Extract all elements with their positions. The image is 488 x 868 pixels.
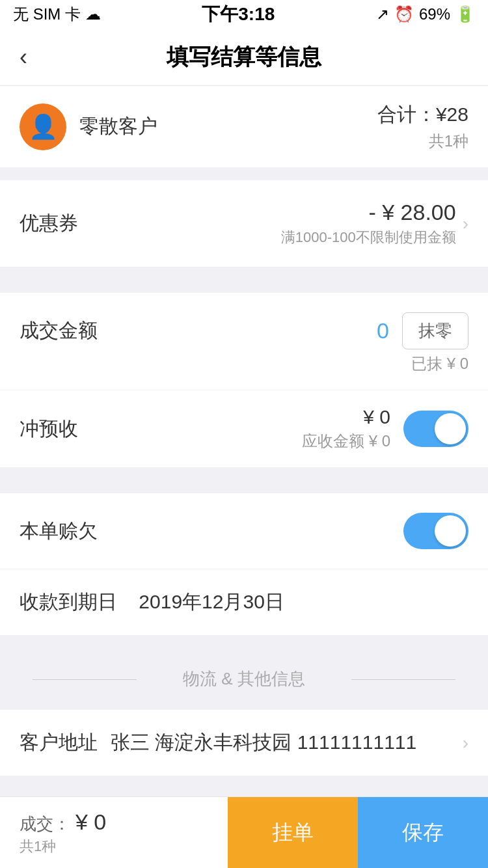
due-date-label: 收款到期日 [20, 591, 117, 612]
coupon-desc: 满1000-100不限制使用金额 [281, 228, 456, 247]
gray-divider-1 [0, 280, 488, 293]
debt-label: 本单赊欠 [20, 518, 98, 545]
address-value: 张三 海淀永丰科技园 11111111111 [111, 729, 463, 756]
deal-amount: ¥ 0 [75, 809, 106, 835]
due-date-row: 收款到期日 2019年12月30日 [0, 569, 488, 635]
customer-card: 👤 零散客户 合计：¥28 共1种 [0, 86, 488, 167]
address-chevron-icon: › [463, 733, 468, 753]
chevron-right-icon: › [463, 213, 468, 234]
status-right: ↗ ⏰ 69% 🔋 [376, 5, 475, 23]
transaction-label: 成交金额 [20, 318, 98, 344]
save-button[interactable]: 保存 [358, 797, 488, 869]
nav-bar: ‹ 填写结算等信息 [0, 29, 488, 86]
alarm-icon: ⏰ [394, 5, 414, 23]
due-date-spacer [122, 591, 133, 612]
pre-receive-label: 冲预收 [20, 416, 78, 442]
status-left: 无 SIM 卡 ☁ [13, 4, 101, 25]
back-button[interactable]: ‹ [20, 44, 27, 71]
debt-card: 本单赊欠 收款到期日 2019年12月30日 [0, 493, 488, 635]
transaction-card: 成交金额 0 抹零 已抹 ¥ 0 冲预收 ¥ 0 应收金额 ¥ 0 [0, 293, 488, 467]
battery-level: 69% [419, 5, 450, 23]
transaction-row: 成交金额 0 抹零 [20, 312, 468, 349]
status-bar: 无 SIM 卡 ☁ 下午3:18 ↗ ⏰ 69% 🔋 [0, 0, 488, 29]
avatar-icon: 👤 [29, 113, 58, 141]
customer-row: 👤 零散客户 合计：¥28 共1种 [0, 86, 488, 167]
bottom-info: 成交： ¥ 0 共1种 [0, 809, 228, 856]
gray-divider-2 [0, 480, 488, 493]
transaction-right: 0 抹零 [377, 312, 468, 349]
main-content: 👤 零散客户 合计：¥28 共1种 优惠券 - ¥ 28.00 满1000-10… [0, 86, 488, 867]
coupon-amount: - ¥ 28.00 [281, 200, 456, 225]
coupon-info: - ¥ 28.00 满1000-100不限制使用金额 [281, 200, 456, 247]
coupon-right: - ¥ 28.00 满1000-100不限制使用金额 › [281, 200, 468, 247]
coupon-label: 优惠券 [20, 210, 78, 237]
coupon-card: 优惠券 - ¥ 28.00 满1000-100不限制使用金额 › [0, 180, 488, 267]
customer-left: 👤 零散客户 [20, 103, 157, 150]
location-icon: ↗ [376, 5, 389, 23]
total-count: 共1种 [377, 131, 468, 152]
transaction-amount[interactable]: 0 [377, 318, 389, 344]
debt-toggle[interactable] [403, 513, 468, 549]
total-amount: 合计：¥28 [377, 102, 468, 128]
pre-receive-right: ¥ 0 应收金额 ¥ 0 [302, 406, 468, 452]
deal-count: 共1种 [20, 837, 208, 856]
debt-toggle-knob [435, 515, 466, 547]
coupon-row[interactable]: 优惠券 - ¥ 28.00 满1000-100不限制使用金额 › [0, 180, 488, 267]
avatar: 👤 [20, 103, 66, 150]
pre-receive-amount: ¥ 0 [302, 406, 390, 428]
pre-receive-row: 冲预收 ¥ 0 应收金额 ¥ 0 [0, 390, 488, 467]
transaction-sub: 已抹 ¥ 0 [20, 353, 468, 374]
customer-name: 零散客户 [79, 113, 157, 140]
pre-receive-sub: 应收金额 ¥ 0 [302, 431, 390, 452]
toggle-knob [435, 413, 466, 444]
customer-right: 合计：¥28 共1种 [377, 102, 468, 152]
battery-icon: 🔋 [455, 5, 475, 23]
logistics-text: 物流 & 其他信息 [183, 669, 305, 688]
round-off-button[interactable]: 抹零 [402, 312, 468, 349]
debt-row: 本单赊欠 [0, 493, 488, 569]
bottom-bar: 成交： ¥ 0 共1种 挂单 保存 [0, 796, 488, 868]
address-card: 客户地址 张三 海淀永丰科技园 11111111111 › [0, 710, 488, 776]
logistics-separator: 物流 & 其他信息 [0, 648, 488, 710]
transaction-section: 成交金额 0 抹零 已抹 ¥ 0 [0, 293, 488, 390]
address-label: 客户地址 [20, 729, 98, 756]
pre-amount-block: ¥ 0 应收金额 ¥ 0 [302, 406, 390, 452]
address-row[interactable]: 客户地址 张三 海淀永丰科技园 11111111111 › [0, 710, 488, 776]
page-title: 填写结算等信息 [167, 42, 321, 72]
status-time: 下午3:18 [202, 2, 275, 27]
pre-receive-toggle[interactable] [403, 411, 468, 447]
deal-label: 成交： [20, 813, 70, 835]
pending-button[interactable]: 挂单 [228, 797, 358, 869]
due-date-value: 2019年12月30日 [139, 591, 284, 612]
sim-status: 无 SIM 卡 ☁ [13, 4, 101, 25]
